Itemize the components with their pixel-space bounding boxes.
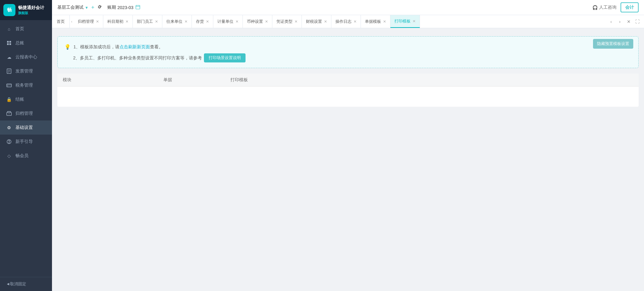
- table-header: 模块 单据 打印模板: [57, 74, 639, 87]
- sidebar-item-member[interactable]: ◇ 畅会员: [0, 149, 52, 163]
- tab-inventory[interactable]: 存货 ✕: [192, 15, 213, 28]
- main-area: 基层工会测试 ▾ + 账期 2023-03 🎧 人工咨询: [52, 0, 644, 291]
- notice-line-1: 💡 1、模板添加成功后，请 点击刷新新页面 查看。: [64, 42, 632, 52]
- refresh-page-link[interactable]: 点击刷新新页面: [119, 43, 150, 51]
- svg-point-14: [9, 143, 9, 143]
- tab-single-form[interactable]: 单据模板 ✕: [361, 15, 390, 28]
- close-inventory-icon[interactable]: ✕: [206, 19, 209, 24]
- print-scene-setup-button[interactable]: 打印场景设置说明: [204, 53, 246, 62]
- company-name: 基层工会测试: [57, 4, 84, 10]
- tab-operation-log[interactable]: 操作日志 ✕: [331, 15, 361, 28]
- tab-controls: ‹ › ✕ ⛶: [604, 17, 644, 26]
- period-label: 账期: [107, 4, 116, 10]
- tab-home[interactable]: 首页: [52, 15, 70, 28]
- tab-tax-settings[interactable]: 财税设置 ✕: [302, 15, 331, 28]
- table-header-print-template: 打印模板: [225, 74, 639, 86]
- tab-close-all-button[interactable]: ✕: [625, 17, 633, 26]
- data-table: 模块 单据 打印模板: [57, 74, 639, 107]
- top-bar-actions: +: [91, 4, 102, 10]
- tab-dept-staff[interactable]: 部门员工 ✕: [133, 15, 162, 28]
- sidebar-item-archive[interactable]: 归档管理: [0, 106, 52, 120]
- tab-nav-left-icon[interactable]: ‹: [70, 19, 74, 23]
- settings-gear-icon[interactable]: [97, 4, 102, 10]
- tab-next-button[interactable]: ›: [616, 17, 624, 26]
- sidebar: 畅 畅捷通好会计 旗舰版 ⌂ 首页 总账 ☁ 云报表中心: [0, 0, 52, 291]
- close-counterpart-icon[interactable]: ✕: [184, 19, 187, 24]
- svg-rect-2: [7, 43, 9, 45]
- tab-print-template[interactable]: 打印模板 ✕: [390, 15, 420, 28]
- close-subject-init-icon[interactable]: ✕: [125, 19, 128, 24]
- sidebar-item-reports[interactable]: ☁ 云报表中心: [0, 50, 52, 64]
- tab-subject-init[interactable]: 科目期初 ✕: [103, 15, 133, 28]
- svg-point-10: [7, 86, 8, 86]
- home-icon: ⌂: [6, 26, 12, 32]
- notice-line-2: 2、多员工、多打印机、多种业务类型设置不同打印方案等，请参考 打印场景设置说明: [64, 53, 632, 62]
- lock-icon: 🔒: [6, 96, 12, 102]
- account-button[interactable]: 会计: [621, 2, 639, 12]
- top-bar: 基层工会测试 ▾ + 账期 2023-03 🎧 人工咨询: [52, 0, 644, 15]
- logo-text: 畅捷通好会计 旗舰版: [18, 5, 44, 15]
- close-currency-icon[interactable]: ✕: [265, 19, 268, 24]
- svg-rect-8: [7, 84, 11, 87]
- sidebar-item-home[interactable]: ⌂ 首页: [0, 22, 52, 36]
- settings-icon: ⚙: [6, 125, 12, 131]
- bulb-icon: 💡: [64, 42, 71, 52]
- svg-rect-0: [7, 41, 9, 43]
- customer-service-button[interactable]: 🎧 人工咨询: [592, 4, 616, 10]
- headset-icon: 🎧: [592, 5, 598, 10]
- guide-icon: [6, 139, 12, 145]
- add-tab-button[interactable]: +: [91, 4, 94, 10]
- tab-voucher-type[interactable]: 凭证类型 ✕: [272, 15, 302, 28]
- svg-rect-3: [9, 43, 11, 45]
- hide-preview-template-button[interactable]: 隐藏预置模板设置: [593, 39, 633, 49]
- tax-icon: [6, 82, 12, 88]
- close-measure-unit-icon[interactable]: ✕: [235, 19, 238, 24]
- close-dept-staff-icon[interactable]: ✕: [155, 19, 158, 24]
- calendar-icon[interactable]: [136, 5, 140, 10]
- member-icon: ◇: [6, 153, 12, 159]
- logo-icon: 畅: [3, 4, 15, 16]
- cloud-icon: ☁: [6, 54, 12, 60]
- top-bar-right: 🎧 人工咨询 会计: [592, 2, 639, 12]
- company-chevron-icon: ▾: [86, 5, 88, 10]
- sidebar-logo: 畅 畅捷通好会计 旗舰版: [0, 0, 52, 20]
- archive-icon: [6, 110, 12, 116]
- period-value: 2023-03: [117, 5, 133, 10]
- ledger-icon: [6, 40, 12, 46]
- sidebar-nav: ⌂ 首页 总账 ☁ 云报表中心 发票管理: [0, 20, 52, 277]
- sidebar-item-tax[interactable]: 税务管理: [0, 78, 52, 92]
- sidebar-item-settlement[interactable]: 🔒 结账: [0, 92, 52, 106]
- tab-counterpart[interactable]: 往来单位 ✕: [162, 15, 192, 28]
- content-area: 隐藏预置模板设置 💡 1、模板添加成功后，请 点击刷新新页面 查看。 2、多员工…: [52, 28, 644, 291]
- close-single-form-icon[interactable]: ✕: [383, 19, 386, 24]
- table-body: [57, 87, 639, 107]
- svg-rect-1: [9, 41, 11, 43]
- company-selector[interactable]: 基层工会测试 ▾: [57, 4, 88, 10]
- tab-measure-unit[interactable]: 计量单位 ✕: [213, 15, 243, 28]
- table-header-module: 模块: [57, 74, 158, 86]
- close-archive-mgmt-icon[interactable]: ✕: [96, 19, 99, 24]
- tab-prev-button[interactable]: ‹: [607, 17, 615, 26]
- svg-rect-15: [136, 5, 140, 9]
- close-tax-settings-icon[interactable]: ✕: [324, 19, 327, 24]
- tab-archive-mgmt[interactable]: 归档管理 ✕: [74, 15, 103, 28]
- info-notice: 💡 1、模板添加成功后，请 点击刷新新页面 查看。 2、多员工、多打印机、多种业…: [57, 36, 639, 68]
- close-voucher-type-icon[interactable]: ✕: [294, 19, 298, 24]
- close-print-template-icon[interactable]: ✕: [413, 19, 416, 23]
- invoice-icon: [6, 68, 12, 74]
- tab-fullscreen-button[interactable]: ⛶: [633, 17, 641, 26]
- table-header-document: 单据: [158, 74, 225, 86]
- close-operation-log-icon[interactable]: ✕: [354, 19, 357, 24]
- tab-currency[interactable]: 币种设置 ✕: [243, 15, 272, 28]
- sidebar-item-guide[interactable]: 新手引导: [0, 135, 52, 149]
- accounting-period: 账期 2023-03: [107, 4, 140, 10]
- content-wrapper: 隐藏预置模板设置 💡 1、模板添加成功后，请 点击刷新新页面 查看。 2、多员工…: [57, 34, 639, 107]
- sidebar-footer-unpin[interactable]: ◄取消固定: [0, 277, 52, 291]
- sidebar-item-invoice[interactable]: 发票管理: [0, 64, 52, 78]
- sidebar-item-basic[interactable]: ⚙ 基础设置: [0, 120, 52, 135]
- tab-bar: 首页 ‹ 归档管理 ✕ 科目期初 ✕ 部门员工 ✕ 往来单位 ✕ 存货 ✕: [52, 15, 644, 28]
- sidebar-item-ledger[interactable]: 总账: [0, 36, 52, 50]
